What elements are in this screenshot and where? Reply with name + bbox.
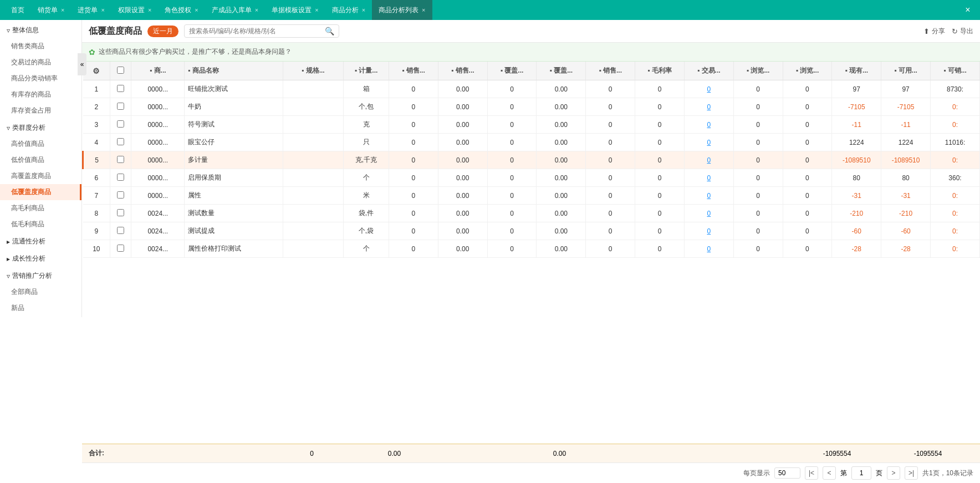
nav-purchase-close-icon[interactable]: × <box>101 7 104 13</box>
export-button[interactable]: ↻ 导出 <box>952 27 973 36</box>
sidebar-item-high-value-label: 高价值商品 <box>11 139 44 149</box>
nav-product-analysis-close-icon[interactable]: × <box>362 7 365 13</box>
nav-template-label: 单据模板设置 <box>272 6 312 15</box>
th-sales2[interactable]: ▪ 销售... <box>438 62 487 80</box>
cell-check[interactable] <box>110 80 131 98</box>
next-page-button[interactable]: > <box>887 466 900 480</box>
search-input[interactable] <box>189 27 323 35</box>
th-cover1[interactable]: ▪ 覆盖... <box>487 62 537 80</box>
nav-role[interactable]: 角色授权 × <box>158 0 205 20</box>
cell-trade[interactable]: 0 <box>684 187 733 205</box>
window-close-button[interactable]: × <box>960 2 976 18</box>
cell-check[interactable] <box>110 169 131 187</box>
cell-trade[interactable]: 0 <box>684 151 733 169</box>
th-cover2[interactable]: ▪ 覆盖... <box>537 62 586 80</box>
cell-current: -210 <box>832 205 881 222</box>
th-name[interactable]: ▪ 商品名称 <box>185 62 283 80</box>
sidebar-item-capital-usage[interactable]: 库存资金占用 <box>0 103 81 119</box>
sidebar-item-category-rate-label: 商品分类动销率 <box>11 74 58 83</box>
cell-trade[interactable]: 0 <box>684 205 733 222</box>
sidebar-item-low-margin[interactable]: 低毛利商品 <box>0 216 81 232</box>
nav-role-close-icon[interactable]: × <box>195 7 198 13</box>
cell-check[interactable] <box>110 151 131 169</box>
last-page-button[interactable]: >| <box>905 466 918 480</box>
th-available[interactable]: ▪ 可用... <box>881 62 931 80</box>
cell-spec <box>283 134 343 151</box>
th-sellable[interactable]: ▪ 可销... <box>930 62 979 80</box>
th-sales3-label: ▪ 销售... <box>599 67 622 74</box>
cell-trade[interactable]: 0 <box>684 116 733 134</box>
share-button[interactable]: ⬆ 分享 <box>923 27 945 36</box>
prev-page-button[interactable]: < <box>823 466 836 480</box>
nav-product-analysis-list-close-icon[interactable]: × <box>422 7 425 13</box>
settings-icon[interactable]: ⚙ <box>93 67 100 75</box>
sidebar-group-liquidity[interactable]: ▸ 流通性分析 <box>0 233 81 250</box>
nav-home[interactable]: 首页 <box>4 0 31 20</box>
sidebar-group-cluster[interactable]: ▿ 类群度分析 <box>0 120 81 136</box>
sidebar-item-traded-goods[interactable]: 交易过的商品 <box>0 54 81 70</box>
nav-product-in[interactable]: 产成品入库单 × <box>205 0 265 20</box>
cell-check[interactable] <box>110 222 131 240</box>
th-available-label: ▪ 可用... <box>894 67 917 74</box>
th-browse1[interactable]: ▪ 浏览... <box>733 62 783 80</box>
sidebar-group-marketing[interactable]: ▿ 营销推广分析 <box>0 268 81 284</box>
sidebar-item-high-margin[interactable]: 高毛利商品 <box>0 200 81 216</box>
sidebar-group-growth-icon: ▸ <box>7 255 10 263</box>
sidebar-group-growth[interactable]: ▸ 成长性分析 <box>0 251 81 267</box>
sidebar-item-new-goods[interactable]: 新品 <box>0 300 81 316</box>
nav-product-in-close-icon[interactable]: × <box>255 7 258 13</box>
cell-sales3: 0 <box>586 80 635 98</box>
cell-trade[interactable]: 0 <box>684 222 733 240</box>
cell-check[interactable] <box>110 134 131 151</box>
sidebar-item-category-rate[interactable]: 商品分类动销率 <box>0 70 81 87</box>
th-unit[interactable]: ▪ 计量... <box>344 62 389 80</box>
select-all-checkbox[interactable] <box>117 67 124 74</box>
nav-permission[interactable]: 权限设置 × <box>111 0 158 20</box>
th-trade[interactable]: ▪ 交易... <box>684 62 733 80</box>
th-sales3[interactable]: ▪ 销售... <box>586 62 635 80</box>
th-spec[interactable]: ▪ 规格... <box>283 62 343 80</box>
nav-sales-close-icon[interactable]: × <box>61 7 64 13</box>
sidebar-section-general: ▿ 整体信息 销售类商品 交易过的商品 商品分类动销率 有库存的商品 库存资金占… <box>0 22 81 119</box>
cell-check[interactable] <box>110 240 131 258</box>
cell-check[interactable] <box>110 205 131 222</box>
th-browse2[interactable]: ▪ 浏览... <box>783 62 832 80</box>
page-input[interactable] <box>851 466 871 480</box>
nav-purchase[interactable]: 进货单 × <box>71 0 111 20</box>
per-page-select[interactable]: 50 100 200 <box>774 467 800 479</box>
nav-template-close-icon[interactable]: × <box>315 7 318 13</box>
th-current[interactable]: ▪ 现有... <box>832 62 881 80</box>
sidebar-collapse-button[interactable]: « <box>78 53 86 75</box>
cell-current: -1089510 <box>832 151 881 169</box>
cell-check[interactable] <box>110 116 131 134</box>
cell-sales2: 0.00 <box>438 187 487 205</box>
nav-permission-close-icon[interactable]: × <box>148 7 151 13</box>
th-sales1[interactable]: ▪ 销售... <box>389 62 438 80</box>
nav-template[interactable]: 单据模板设置 × <box>265 0 325 20</box>
sidebar-group-growth-label: 成长性分析 <box>12 254 45 263</box>
first-page-button[interactable]: |< <box>805 466 818 480</box>
cell-trade[interactable]: 0 <box>684 98 733 116</box>
search-icon[interactable]: 🔍 <box>325 27 334 35</box>
cell-check[interactable] <box>110 98 131 116</box>
cell-trade[interactable]: 0 <box>684 134 733 151</box>
sidebar-item-sales-goods[interactable]: 销售类商品 <box>0 38 81 54</box>
sidebar-item-low-value[interactable]: 低价值商品 <box>0 152 81 168</box>
sidebar-item-stocked-goods[interactable]: 有库存的商品 <box>0 87 81 103</box>
sidebar-item-low-coverage[interactable]: 低覆盖度商品 <box>0 184 81 200</box>
sidebar-item-all-goods[interactable]: 全部商品 <box>0 284 81 300</box>
sidebar-item-high-coverage[interactable]: 高覆盖度商品 <box>0 168 81 184</box>
sidebar-group-general[interactable]: ▿ 整体信息 <box>0 22 81 38</box>
cell-trade[interactable]: 0 <box>684 169 733 187</box>
nav-product-analysis-list[interactable]: 商品分析列表 × <box>372 0 432 20</box>
time-filter-button[interactable]: 近一月 <box>147 26 178 37</box>
page-suffix: 页 <box>876 469 882 478</box>
nav-product-analysis[interactable]: 商品分析 × <box>325 0 372 20</box>
cell-check[interactable] <box>110 187 131 205</box>
th-code[interactable]: ▪ 商... <box>131 62 185 80</box>
nav-sales[interactable]: 销货单 × <box>31 0 71 20</box>
cell-trade[interactable]: 0 <box>684 80 733 98</box>
th-margin[interactable]: ▪ 毛利率 <box>635 62 685 80</box>
cell-trade[interactable]: 0 <box>684 240 733 258</box>
sidebar-item-high-value[interactable]: 高价值商品 <box>0 136 81 152</box>
